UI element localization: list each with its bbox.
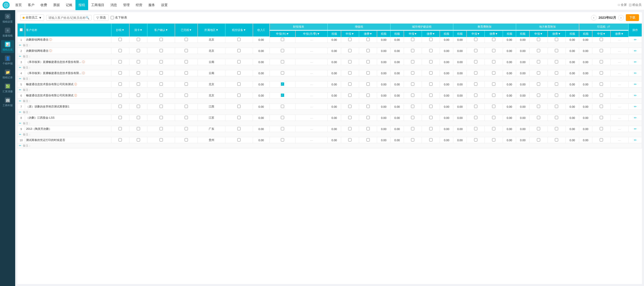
- edu-declare[interactable]: [467, 37, 485, 43]
- sidebar-item-tax-settings[interactable]: ⚙ 报税设置: [1, 12, 14, 25]
- print-declare[interactable]: [592, 59, 610, 65]
- zz-fees[interactable]: [359, 115, 377, 121]
- clear-card-cell[interactable]: [129, 81, 147, 87]
- tax-equip-cell[interactable]: [225, 104, 253, 110]
- tax-equip-cell[interactable]: [225, 48, 253, 54]
- actions-cell[interactable]: ✏: [629, 137, 642, 143]
- sidebar-item-tax-overview[interactable]: 📊 报税总览: [1, 40, 14, 53]
- zz-declare[interactable]: [341, 59, 359, 65]
- edu-declare[interactable]: [467, 115, 485, 121]
- print-declare[interactable]: [592, 104, 610, 110]
- employee-select[interactable]: 全部员工 ▼: [20, 14, 44, 21]
- edit-icon[interactable]: ✏: [634, 82, 637, 86]
- tax-paid-cell[interactable]: [175, 81, 198, 87]
- finbao-year[interactable]: [269, 137, 296, 143]
- copy-tax-cell[interactable]: [111, 93, 129, 99]
- actions-cell[interactable]: ✏: [629, 115, 642, 121]
- zz-fees[interactable]: [359, 137, 377, 143]
- client-confirm-cell[interactable]: [147, 93, 175, 99]
- edu-declare[interactable]: [467, 137, 485, 143]
- print-declare[interactable]: [592, 137, 610, 143]
- local-declare[interactable]: [530, 104, 548, 110]
- city-declare[interactable]: [404, 81, 422, 87]
- edu-declare[interactable]: [467, 93, 485, 99]
- client-confirm-cell[interactable]: [147, 104, 175, 110]
- tax-equip-cell[interactable]: [225, 37, 253, 43]
- clear-card-cell[interactable]: [129, 59, 147, 65]
- nav-home[interactable]: 首页: [12, 0, 25, 10]
- city-fees[interactable]: [422, 93, 440, 99]
- print-declare[interactable]: [592, 126, 610, 132]
- clear-card-cell[interactable]: [129, 93, 147, 99]
- tax-equip-cell[interactable]: [225, 137, 253, 143]
- edu-declare[interactable]: [467, 81, 485, 87]
- finbao-year[interactable]: [269, 93, 296, 99]
- clear-card-cell[interactable]: [129, 37, 147, 43]
- local-fees[interactable]: [548, 93, 565, 99]
- client-confirm-cell[interactable]: [147, 126, 175, 132]
- zz-fees[interactable]: [359, 81, 377, 87]
- nav-accounting[interactable]: 记账: [63, 0, 75, 10]
- city-fees[interactable]: [422, 104, 440, 110]
- local-declare[interactable]: [530, 37, 548, 43]
- finbao-year[interactable]: [269, 126, 296, 132]
- copy-tax-cell[interactable]: [111, 137, 129, 143]
- clear-card-cell[interactable]: [129, 104, 147, 110]
- finbao-year[interactable]: [269, 37, 296, 43]
- actions-cell[interactable]: ✏: [629, 104, 642, 110]
- finbao-year[interactable]: [269, 59, 296, 65]
- nav-tax[interactable]: 报税: [75, 0, 88, 10]
- zz-fees[interactable]: [359, 37, 377, 43]
- clear-card-cell[interactable]: [129, 137, 147, 143]
- nav-services[interactable]: 服务: [145, 0, 158, 10]
- sidebar-item-personal-tax[interactable]: 👤 个税申报: [1, 54, 14, 67]
- local-declare[interactable]: [530, 59, 548, 65]
- local-fees[interactable]: [548, 37, 565, 43]
- zz-fees[interactable]: [359, 48, 377, 54]
- local-fees[interactable]: [548, 126, 565, 132]
- sidebar-item-batch-tax[interactable]: ≡ 批量报税: [1, 26, 14, 39]
- name-checkbox[interactable]: [111, 16, 114, 19]
- client-confirm-cell[interactable]: [147, 70, 175, 76]
- copy-tax-cell[interactable]: [111, 48, 129, 54]
- actions-cell[interactable]: ✏: [629, 70, 642, 76]
- tax-equip-cell[interactable]: [225, 70, 253, 76]
- edu-fees[interactable]: [485, 137, 503, 143]
- local-fees[interactable]: [548, 115, 565, 121]
- copy-tax-cell[interactable]: [111, 59, 129, 65]
- zz-fees[interactable]: [359, 70, 377, 76]
- nav-settings[interactable]: 设置: [158, 0, 171, 10]
- client-confirm-cell[interactable]: [147, 137, 175, 143]
- tax-paid-cell[interactable]: [175, 115, 198, 121]
- city-fees[interactable]: [422, 81, 440, 87]
- nav-management[interactable]: 管理: [120, 0, 133, 10]
- edit-icon[interactable]: ✏: [634, 60, 637, 64]
- zz-fees[interactable]: [359, 59, 377, 65]
- actions-cell[interactable]: ✏: [629, 93, 642, 99]
- copy-tax-cell[interactable]: [111, 37, 129, 43]
- zz-fees[interactable]: [359, 93, 377, 99]
- nav-client[interactable]: 客户: [25, 0, 37, 10]
- nav-fees[interactable]: 收费: [37, 0, 50, 10]
- print-declare[interactable]: [592, 37, 610, 43]
- edu-fees[interactable]: [485, 93, 503, 99]
- sidebar-item-annual-report[interactable]: 🏢 工商年报: [1, 96, 14, 109]
- edit-icon[interactable]: ✏: [634, 127, 637, 131]
- city-fees[interactable]: [422, 59, 440, 65]
- finbao-year[interactable]: [269, 81, 296, 87]
- client-confirm-cell[interactable]: [147, 59, 175, 65]
- edit-icon[interactable]: ✏: [634, 38, 637, 42]
- city-fees[interactable]: [422, 126, 440, 132]
- edu-fees[interactable]: [485, 104, 503, 110]
- zz-declare[interactable]: [341, 115, 359, 121]
- zz-declare[interactable]: [341, 137, 359, 143]
- city-declare[interactable]: [404, 37, 422, 43]
- edit-icon[interactable]: ✏: [634, 94, 637, 97]
- local-fees[interactable]: [548, 137, 565, 143]
- nav-business[interactable]: 工商项目: [88, 0, 107, 10]
- clear-card-cell[interactable]: [129, 48, 147, 54]
- edu-fees[interactable]: [485, 81, 503, 87]
- tax-paid-cell[interactable]: [175, 137, 198, 143]
- tax-paid-cell[interactable]: [175, 37, 198, 43]
- zz-declare[interactable]: [341, 93, 359, 99]
